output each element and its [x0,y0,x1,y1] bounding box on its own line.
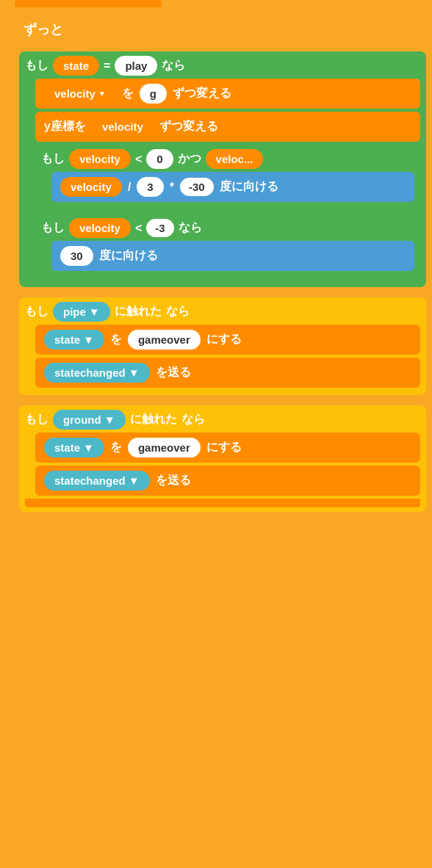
if-velocity-lt0-inner: velocity / 3 * -30 度に向ける [51,172,414,202]
scratch-blocks-container: ずっと もし state = play なら [0,0,432,525]
statechanged-dropdown-1[interactable]: ▼ [129,366,140,379]
velocity-dropdown-arrow-1[interactable]: ▼ [98,90,106,98]
gap-1 [19,292,426,297]
if-velocity-lt-3-block: もし velocity < -3 なら [35,214,420,278]
mul-op: * [170,181,174,194]
state-var-pill[interactable]: state [53,56,99,76]
if-ground-row: もし ground ▼ に触れた なら [25,410,420,430]
g-val-pill: g [140,84,167,104]
gameover-val-pill-1: gameover [128,330,201,350]
three-val-pill: 3 [137,177,163,197]
forever-label: ずっと [12,15,75,44]
pipe-statechanged-row: statechanged ▼ を送る [35,358,420,388]
wo-prep-2: を [110,332,122,347]
if-keyword-2: もし [41,151,65,167]
ground-dropdown-arrow[interactable]: ▼ [104,413,115,426]
then-keyword-5: なら [181,412,205,427]
pipe-state-gameover-row: state ▼ を gameover にする [35,325,420,355]
if-keyword-1: もし [25,58,48,73]
direction-suffix-2: 度に向ける [99,248,158,264]
ground-var-pill[interactable]: ground ▼ [53,410,126,430]
if-pipe-inner: state ▼ を gameover にする statechanged [35,325,420,388]
and-keyword: かつ [178,151,201,167]
if-state-condition-row: もし state = play なら [25,56,420,76]
ni-suru-1: にする [206,332,242,347]
ni-suru-2: にする [206,440,242,455]
ground-statechanged-row: statechanged ▼ を送る [35,466,420,496]
if-keyword-4: もし [25,304,48,319]
wo-prep-1: を [122,86,134,101]
change-suffix-1: ずつ変える [173,86,231,101]
statechanged-msg-pill-1[interactable]: statechanged ▼ [44,363,150,383]
if-velocity-lt-3-inner: 30 度に向ける [51,241,414,271]
if-velocity-lt-3-row: もし velocity < -3 なら [41,218,414,238]
change-suffix-2: ずつ変える [159,119,218,134]
state-set-pill-1[interactable]: state ▼ [44,330,104,350]
touch-keyword-2: に触れた [130,412,177,427]
if-state-play-inner: velocity ▼ を g ずつ変える y座標を velocity [35,79,420,278]
state-set-pill-2[interactable]: state ▼ [44,438,104,457]
veloc-overflow-pill[interactable]: veloc... [206,149,264,169]
forever-inner-content: もし state = play なら velocity [13,48,432,525]
equals-op: = [104,59,110,73]
wo-okuru-1: を送る [156,365,191,380]
statechanged-dropdown-2[interactable]: ▼ [129,474,140,487]
direction-suffix-1: 度に向ける [220,179,278,195]
if-ground-inner: state ▼ を gameover にする statechanged [35,433,420,496]
y-label: y座標を [44,119,86,134]
if-ground-block: もし ground ▼ に触れた なら state ▼ [19,405,426,512]
forever-label-row: ずっと [0,10,432,48]
if-pipe-row: もし pipe ▼ に触れた なら [25,302,420,322]
if-velocity-lt0-block: もし velocity < 0 かつ veloc... [35,145,420,209]
div-op: / [128,181,131,194]
direction-calc-row: velocity / 3 * -30 度に向ける [51,172,414,202]
velocity-var-pill-1[interactable]: velocity ▼ [44,84,116,104]
velocity-change-row: velocity ▼ を g ずつ変える [35,79,420,109]
then-keyword-3: なら [179,220,202,236]
y-velocity-change-row: y座標を velocity ずつ変える [35,112,420,142]
velocity-cond2-pill[interactable]: velocity [69,218,131,238]
lt-op-1: < [135,153,142,166]
state-dropdown-2[interactable]: ▼ [83,441,94,454]
velocity-dir-pill[interactable]: velocity [60,177,122,197]
wo-okuru-2: を送る [156,473,191,488]
state-dropdown-1[interactable]: ▼ [83,333,94,346]
neg3-val-pill: -3 [146,219,173,237]
ground-state-gameover-row: state ▼ を gameover にする [35,433,420,463]
pipe-var-pill[interactable]: pipe ▼ [53,302,110,322]
zero-val-pill: 0 [146,149,173,169]
statechanged-msg-pill-2[interactable]: statechanged ▼ [44,471,150,491]
bottom-stub [25,499,420,507]
direction-30-row: 30 度に向ける [51,241,414,271]
then-keyword-1: なら [162,58,185,73]
touch-keyword-1: に触れた [115,304,162,319]
if-state-play-block: もし state = play なら velocity [19,51,426,287]
gap-2 [19,399,426,405]
top-block-stub [15,0,162,7]
if-keyword-3: もし [41,220,65,236]
if-velocity-lt0-row: もし velocity < 0 かつ veloc... [41,149,414,169]
play-val-pill: play [115,56,157,76]
neg30-val-pill: -30 [180,178,214,196]
if-keyword-5: もし [25,412,48,427]
then-keyword-4: なら [166,304,190,319]
if-pipe-block: もし pipe ▼ に触れた なら state ▼ を [19,297,426,395]
gameover-val-pill-2: gameover [128,438,201,457]
forever-block: ずっと もし state = play なら [0,7,432,525]
velocity-var-pill-2[interactable]: velocity [92,117,154,137]
thirty-val-pill: 30 [60,246,93,266]
lt-op-2: < [135,222,142,235]
wo-prep-3: を [110,440,122,455]
pipe-dropdown-arrow[interactable]: ▼ [89,305,100,318]
velocity-cond1-pill[interactable]: velocity [69,149,131,169]
